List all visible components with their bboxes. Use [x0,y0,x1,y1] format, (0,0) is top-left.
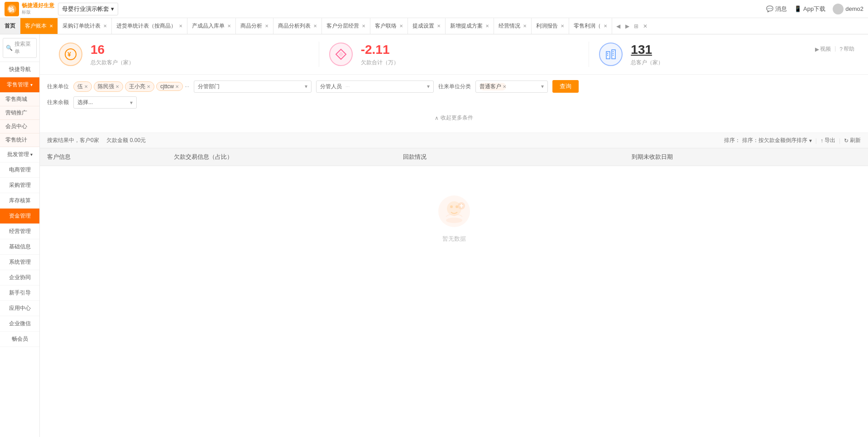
remove-icon[interactable]: ✕ [175,84,179,89]
nav-right-arrow[interactable]: ▶ [623,22,631,30]
tab-production-in[interactable]: 产成品入库单 ✕ [187,18,236,34]
nav-left-arrow[interactable]: ◀ [614,22,622,30]
message-btn[interactable]: 💬 消息 [766,5,787,13]
filter-person-select[interactable]: 分管人员 ··· ▾ [316,81,434,93]
tab-customer-tier[interactable]: 客户分层经营 ✕ [322,18,370,34]
remove-icon[interactable]: ✕ [115,84,119,89]
filter-tag-unit-4[interactable]: cjttcw ✕ [156,82,183,91]
nav-close-all-icon[interactable]: ✕ [641,22,649,30]
sidebar-item-vip-member[interactable]: 畅会员 [0,332,39,347]
close-icon[interactable]: ✕ [561,24,564,28]
refresh-btn[interactable]: ↻ 刷新 [844,137,861,144]
filter-category-select[interactable]: 普通客户 ✕ ▾ [475,81,548,93]
user-area[interactable]: demo2 [833,4,863,14]
sort-select[interactable]: 排序： 排序：按欠款金额倒序排序 ▾ [724,137,812,144]
video-btn[interactable]: ▶ 视频 [815,45,831,53]
stat-label-1: 总欠款客户（家） [91,59,134,66]
empty-icon [436,193,472,229]
sidebar-item-sys-mgmt[interactable]: 系统管理 [0,255,39,270]
filters-area: 往来单位 伍 ✕ 陈民强 ✕ 王小亮 ✕ cjttcw [40,75,868,133]
tab-purchase-stats[interactable]: 进货单统计表（按商品） ✕ [112,18,187,34]
query-button[interactable]: 查询 [552,80,579,93]
video-label: 视频 [820,45,831,53]
stat-icon-3 [598,42,623,67]
tab-product-analysis[interactable]: 商品分析 ✕ [236,18,273,34]
filter-more-btn[interactable]: ··· [185,83,189,90]
tab-new-promo-plan[interactable]: 新增提成方案 ✕ [446,18,494,34]
tab-business-status[interactable]: 经营情况 ✕ [494,18,532,34]
nav-expand-icon[interactable]: ⊞ [632,22,640,30]
tab-product-analysis-list[interactable]: 商品分析列表 ✕ [273,18,322,34]
tab-promo-settings[interactable]: 提成设置 ✕ [408,18,446,34]
tab-label: 产成品入库单 [192,22,225,30]
sidebar-item-member-center[interactable]: 会员中心 [0,120,39,133]
collapse-icon: ∧ [435,115,439,121]
filter-dept-select[interactable]: 分管部门 ▾ [194,81,312,93]
sidebar-item-label: 应用中心 [9,305,31,311]
close-icon[interactable]: ✕ [103,24,107,28]
filter-tag-category[interactable]: 普通客户 ✕ [480,83,506,90]
export-btn[interactable]: ↑ 导出 [820,137,835,144]
sidebar-item-quick-nav[interactable]: 快捷导航 [0,62,39,77]
help-btn[interactable]: ? 帮助 [839,45,854,53]
remove-icon[interactable]: ✕ [84,84,88,89]
sidebar-item-inventory-check[interactable]: 库存核算 [0,193,39,209]
chevron-icon: ▾ [30,82,33,87]
chevron-icon: ▾ [30,152,33,157]
sidebar-search-btn[interactable]: 🔍 搜索菜单 [3,38,37,58]
filter-tag-unit-1[interactable]: 伍 ✕ [73,81,92,92]
remove-icon[interactable]: ✕ [147,84,150,89]
sidebar-item-retail-mgmt[interactable]: 零售管理 ▾ [0,77,39,93]
close-icon[interactable]: ✕ [399,24,403,28]
remove-icon[interactable]: ✕ [503,84,506,89]
search-label: 搜索菜单 [14,40,34,56]
tab-retail-profit[interactable]: 零售利润（ ✕ [569,18,612,34]
nav-tabs: 首页 客户账本 ✕ 采购订单统计表 ✕ 进货单统计表（按商品） ✕ 产成品入库单… [0,18,868,34]
sidebar-item-basic-info[interactable]: 基础信息 [0,239,39,255]
filter-tag-unit-3[interactable]: 王小亮 ✕ [125,81,154,92]
search-count: 搜索结果中，客户0家 [47,137,99,143]
app-download-btn[interactable]: 📱 App下载 [794,5,825,13]
close-icon[interactable]: ✕ [523,24,527,28]
tab-label: 商品分析列表 [278,22,311,30]
tab-home[interactable]: 首页 [0,18,20,34]
close-icon[interactable]: ✕ [49,24,53,28]
sidebar-item-finance-mgmt[interactable]: 资金管理 [0,209,39,224]
account-dropdown[interactable]: 母婴行业演示帐套 ▾ [58,3,118,15]
tab-customer-connect[interactable]: 客户联络 ✕ [370,18,408,34]
filter-balance-select[interactable]: 选择... ▾ [73,96,137,109]
svg-text:¥: ¥ [67,51,71,58]
sidebar-item-retail-mall[interactable]: 零售商城 [0,93,39,106]
close-icon[interactable]: ✕ [362,24,365,28]
collapse-btn[interactable]: ∧ 收起更多条件 [431,112,477,124]
sidebar-item-enterprise-wechat[interactable]: 企业微信 [0,316,39,332]
close-icon[interactable]: ✕ [485,24,489,28]
close-icon[interactable]: ✕ [179,24,182,28]
sidebar-item-label: 零售管理 [7,81,29,88]
sidebar-item-wholesale-mgmt[interactable]: 批发管理 ▾ [0,147,39,162]
sidebar-item-purchase-mgmt[interactable]: 采购管理 [0,178,39,193]
sidebar-item-new-guide[interactable]: 新手引导 [0,285,39,301]
stats-row: ¥ 16 总欠款客户（家） [40,34,868,75]
sidebar-item-app-center[interactable]: 应用中心 [0,301,39,316]
col-overdue-date: 到期未收款日期 [632,153,861,161]
tab-customer-ledger[interactable]: 客户账本 ✕ [20,18,58,34]
filter-tag-label: 伍 [77,83,83,90]
close-icon[interactable]: ✕ [604,24,607,28]
close-icon[interactable]: ✕ [227,24,231,28]
close-icon[interactable]: ✕ [313,24,317,28]
close-icon[interactable]: ✕ [437,24,441,28]
video-icon: ▶ [815,46,819,52]
filter-tag-label: 王小亮 [129,83,145,90]
sidebar-item-ecommerce-mgmt[interactable]: 电商管理 [0,162,39,178]
sidebar-item-retail-stats[interactable]: 零售统计 [0,133,39,147]
close-icon[interactable]: ✕ [265,24,269,28]
filter-tag-unit-2[interactable]: 陈民强 ✕ [94,81,123,92]
collapse-label: 收起更多条件 [441,114,473,122]
tab-profit-report[interactable]: 利润报告 ✕ [532,18,569,34]
tab-purchase-order[interactable]: 采购订单统计表 ✕ [58,18,112,34]
sidebar-item-enterprise-coop[interactable]: 企业协同 [0,270,39,285]
sidebar-item-operation-mgmt[interactable]: 经营管理 [0,224,39,239]
sidebar-item-marketing[interactable]: 营销推广 [0,106,39,120]
filter-row-2: 往来余额 选择... ▾ [47,96,861,109]
